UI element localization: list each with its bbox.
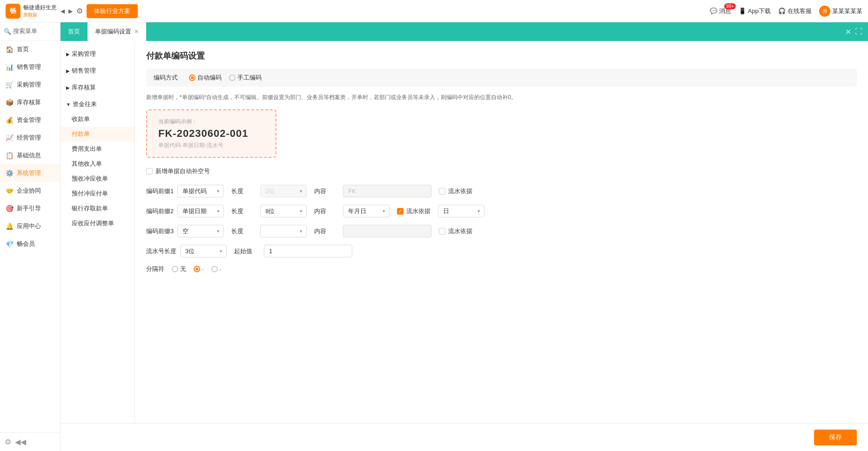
left-nav-sales-title[interactable]: ▶ 销售管理	[61, 63, 135, 78]
sidebar-item-inventory[interactable]: 📦 库存核算	[0, 94, 60, 111]
service-icon: 🎧	[778, 7, 786, 14]
top-bar: 畅 畅捷通好生意 旗舰版 ◀ ▶ ⚙ 体验行业方案 💬 消息 99+ 📱 App…	[0, 0, 868, 22]
chevron-right-icon: ▶	[66, 52, 70, 57]
sidebar-item-guide[interactable]: 🎯 新手引导	[0, 200, 60, 217]
left-nav-receipt[interactable]: 收款单	[61, 112, 135, 127]
day-select-wrapper: 日月年	[438, 205, 484, 217]
prefix2-select-wrapper: 单据日期	[177, 205, 224, 217]
serial3-checkbox[interactable]	[439, 228, 445, 235]
length1-select[interactable]: 2位	[260, 185, 307, 197]
sidebar-search[interactable]: 🔍 搜索菜单	[0, 22, 60, 40]
content2-label: 内容	[314, 207, 340, 215]
sidebar-item-sales[interactable]: 📊 销售管理	[0, 58, 60, 76]
left-nav-inventory-title[interactable]: ▶ 库存核算	[61, 80, 135, 95]
left-nav-advance-recv[interactable]: 预收冲应收单	[61, 171, 135, 186]
sep-dot-radio[interactable]	[194, 266, 200, 272]
sidebar: 🔍 搜索菜单 🏠 首页 📊 销售管理 🛒 采购管理 📦 库存核算 💰 资金管理 …	[0, 22, 61, 451]
prefix1-select-wrapper: 单据代码	[177, 185, 224, 197]
collapse-icon[interactable]: ◀◀	[15, 438, 26, 446]
prefix3-select[interactable]: 空	[177, 225, 224, 237]
left-nav-advance-pay[interactable]: 预付冲应付单	[61, 186, 135, 201]
auto-fill-checkbox[interactable]	[146, 168, 153, 175]
serial1-checkbox[interactable]	[439, 188, 445, 195]
content2-select[interactable]: 年月日年月年	[343, 205, 390, 217]
tab-maximize-icon[interactable]: ⛶	[855, 27, 862, 36]
nav-next-arrow[interactable]: ▶	[68, 8, 73, 14]
sidebar-item-home[interactable]: 🏠 首页	[0, 40, 60, 58]
serial3-label: 流水依据	[448, 227, 472, 236]
app-download-button[interactable]: 📱 App下载	[739, 7, 771, 15]
message-icon: 💬	[710, 7, 717, 14]
manual-code-option[interactable]: 手工编码	[229, 74, 262, 82]
manual-code-radio[interactable]	[229, 74, 236, 81]
length2-select[interactable]: 8位	[260, 205, 307, 217]
form-row-1: 编码前缀1 单据代码 长度 2位	[146, 185, 857, 197]
content3-input	[343, 225, 431, 237]
serial2-checkbox[interactable]: ✓	[397, 208, 404, 215]
sep-dot-option[interactable]: ·	[194, 266, 204, 273]
sidebar-item-enterprise[interactable]: 🤝 企业协同	[0, 182, 60, 200]
user-menu[interactable]: 用 某某某某某	[819, 6, 862, 17]
tab-close-window-icon[interactable]: ✕	[845, 27, 851, 36]
tab-close-icon[interactable]: ✕	[134, 28, 139, 35]
day-select-group: 日月年	[438, 205, 484, 217]
length3-select[interactable]	[260, 225, 307, 237]
auto-fill-label: 新增单据自动补空号	[155, 167, 210, 175]
form-row-2: 编码前缀2 单据日期 长度 8位	[146, 205, 857, 217]
main-layout: 🔍 搜索菜单 🏠 首页 📊 销售管理 🛒 采购管理 📦 库存核算 💰 资金管理 …	[0, 22, 868, 451]
nav-gear-icon[interactable]: ⚙	[76, 7, 83, 15]
left-nav-adjustment[interactable]: 应收应付调整单	[61, 216, 135, 231]
left-nav-expense[interactable]: 费用支出单	[61, 141, 135, 156]
home-icon: 🏠	[6, 46, 13, 53]
left-nav-bank[interactable]: 银行存取款单	[61, 201, 135, 216]
top-bar-right: 💬 消息 99+ 📱 App下载 🎧 在线客服 用 某某某某某	[710, 6, 862, 17]
sidebar-item-finance[interactable]: 💰 资金管理	[0, 111, 60, 129]
settings-bottom-icon[interactable]: ⚙	[5, 438, 11, 446]
sidebar-item-basic[interactable]: 📋 基础信息	[0, 147, 60, 164]
length1-label: 长度	[231, 187, 257, 195]
logo-area: 畅 畅捷通好生意 旗舰版	[6, 4, 57, 19]
sep-dash-radio[interactable]	[211, 266, 218, 272]
serial1-field: 流水依据	[439, 187, 472, 195]
content3-label: 内容	[314, 227, 340, 236]
day-select[interactable]: 日月年	[438, 205, 484, 217]
left-nav-group-sales: ▶ 销售管理	[61, 63, 135, 78]
left-nav-capital-title[interactable]: ▼ 资金往来	[61, 97, 135, 112]
auto-code-option[interactable]: 自动编码	[189, 74, 222, 82]
prefix2-select[interactable]: 单据日期	[177, 205, 224, 217]
start-value-input[interactable]	[264, 245, 352, 257]
prefix1-label: 编码前缀1	[146, 187, 174, 195]
prefix2-field: 编码前缀2 单据日期	[146, 205, 224, 217]
sep-none-radio[interactable]	[172, 266, 178, 272]
prefix1-select[interactable]: 单据代码	[177, 185, 224, 197]
left-nav-group-inventory: ▶ 库存核算	[61, 80, 135, 95]
left-nav-other-income[interactable]: 其他收入单	[61, 156, 135, 171]
nav-prev-arrow[interactable]: ◀	[61, 8, 65, 14]
experience-button[interactable]: 体验行业方案	[87, 4, 138, 18]
sidebar-item-purchase[interactable]: 🛒 采购管理	[0, 76, 60, 94]
code-method-radio-group: 自动编码 手工编码	[189, 74, 262, 82]
sep-dash-option[interactable]: ·	[211, 266, 222, 273]
sidebar-item-management[interactable]: 📈 经营管理	[0, 129, 60, 147]
left-nav-purchase-title[interactable]: ▶ 采购管理	[61, 47, 135, 61]
prefix1-field: 编码前缀1 单据代码	[146, 185, 224, 197]
user-avatar: 用	[819, 6, 830, 17]
message-button[interactable]: 💬 消息 99+	[710, 7, 731, 15]
auto-code-radio[interactable]	[189, 74, 195, 81]
save-button[interactable]: 保存	[814, 430, 857, 445]
start-value-label: 起始值	[234, 247, 260, 256]
serial-length-select[interactable]: 3位4位	[180, 245, 227, 257]
tab-home[interactable]: 首页	[61, 22, 87, 41]
sep-none-option[interactable]: 无	[172, 265, 186, 273]
left-nav-payment[interactable]: 付款单	[61, 127, 135, 141]
top-bar-left: 畅 畅捷通好生意 旗舰版 ◀ ▶ ⚙ 体验行业方案	[6, 4, 138, 19]
prefix3-field: 编码前缀3 空	[146, 225, 224, 237]
logo-icon: 畅	[6, 4, 20, 19]
guide-icon: 🎯	[6, 205, 13, 212]
online-service-button[interactable]: 🎧 在线客服	[778, 7, 812, 15]
tab-code-settings[interactable]: 单据编码设置 ✕	[87, 22, 146, 41]
sidebar-item-apps[interactable]: 🔔 应用中心	[0, 217, 60, 235]
sidebar-item-system[interactable]: ⚙️ 系统管理	[0, 164, 60, 182]
sidebar-item-member[interactable]: 💎 畅会员	[0, 235, 60, 253]
chevron-right-icon2: ▶	[66, 68, 70, 74]
